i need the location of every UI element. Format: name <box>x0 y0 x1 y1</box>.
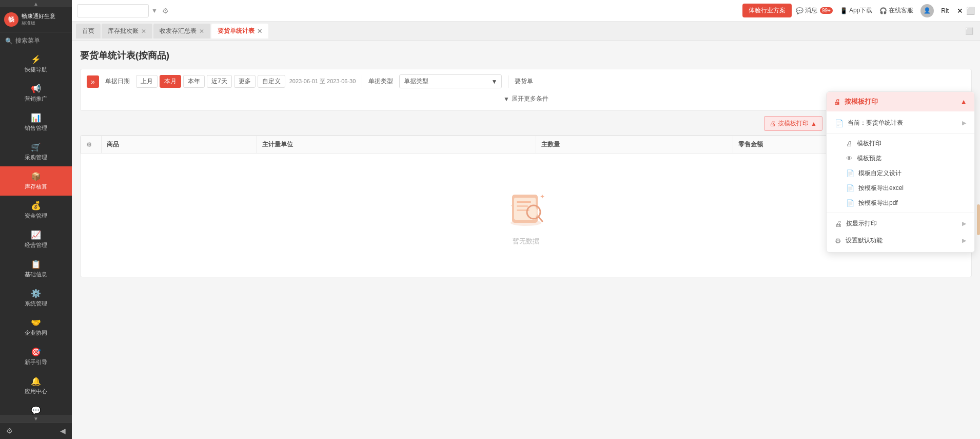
date-btn-more[interactable]: 更多 <box>234 75 256 88</box>
right-scrollbar[interactable] <box>977 204 980 235</box>
template-design-icon: 📄 <box>846 169 854 177</box>
export-excel-label: 按模板导出excel <box>858 184 904 193</box>
app-icon: 📱 <box>840 7 848 14</box>
logo-subtitle: 标准版 <box>22 20 55 27</box>
display-print-left: 🖨 按显示打印 <box>835 219 877 228</box>
default-func-left: ⚙ 设置默认功能 <box>835 236 883 245</box>
tab-receipt-summary-close[interactable]: ✕ <box>199 28 204 35</box>
sidebar-search-label: 搜索菜单 <box>15 36 40 45</box>
sidebar-scroll-up[interactable]: ▲ <box>0 0 72 7</box>
print-menu-default-func[interactable]: ⚙ 设置默认功能 ▶ <box>827 232 974 249</box>
date-btn-7days[interactable]: 近7天 <box>207 75 232 88</box>
print-menu-divider-1 <box>827 133 974 134</box>
svg-rect-4 <box>517 205 528 207</box>
template-preview-icon: 👁 <box>846 155 853 162</box>
date-btn-last-month[interactable]: 上月 <box>136 75 158 88</box>
sidebar-logo: 畅 畅康通好生意 标准版 <box>0 7 72 32</box>
print-menu-display-print[interactable]: 🖨 按显示打印 ▶ <box>827 215 974 232</box>
sidebar-item-system[interactable]: ⚙️ 系统管理 <box>0 283 72 313</box>
trial-button[interactable]: 体验行业方案 <box>742 4 792 17</box>
table-header-settings[interactable]: ⚙ <box>81 136 102 154</box>
topbar-chevron-icon[interactable]: ▼ <box>151 7 158 14</box>
sidebar-item-marketing[interactable]: 📢 营销推广 <box>0 79 72 108</box>
expand-label: 展开更多条件 <box>512 94 548 103</box>
topbar-gear-icon[interactable]: ⚙ <box>162 7 169 15</box>
sidebar-item-shortcut[interactable]: ⚡ 快捷导航 <box>0 49 72 79</box>
sidebar-item-sales[interactable]: 📊 销售管理 <box>0 108 72 137</box>
empty-state-text: 暂无数据 <box>513 237 539 246</box>
sidebar-item-inventory-label: 库存核算 <box>25 183 47 190</box>
window-maximize-icon[interactable]: ⬜ <box>966 7 975 15</box>
sidebar-item-wechat[interactable]: 💬 企业微信 <box>0 400 72 415</box>
collapse-icon[interactable]: ◀ <box>60 427 66 435</box>
default-func-label: 设置默认功能 <box>846 236 883 245</box>
order-type-chevron-icon: ▼ <box>491 78 497 85</box>
print-button[interactable]: 🖨 按模板打印 ▲ <box>764 116 822 131</box>
sidebar-item-operation-label: 经营管理 <box>25 241 47 249</box>
settings-icon[interactable]: ⚙ <box>6 427 13 435</box>
wechat-icon: 💬 <box>31 406 41 415</box>
table-gear-icon[interactable]: ⚙ <box>86 141 92 148</box>
marketing-icon: 📢 <box>31 84 41 93</box>
tab-inventory-batch-close[interactable]: ✕ <box>141 28 146 35</box>
app-download-button[interactable]: 📱 App下载 <box>840 6 872 15</box>
logo-title: 畅康通好生意 <box>22 12 55 20</box>
tab-order-stats-close[interactable]: ✕ <box>257 28 262 35</box>
sidebar-item-finance[interactable]: 💰 资金管理 <box>0 196 72 225</box>
print-menu-template-design[interactable]: 📄 模板自定义设计 <box>827 166 974 181</box>
print-menu-template-preview[interactable]: 👁 模板预览 <box>827 151 974 166</box>
print-current-icon: 📄 <box>835 119 844 127</box>
sidebar-item-appstore[interactable]: 🔔 应用中心 <box>0 371 72 400</box>
topbar-right: 💬 消息 99+ 📱 App下载 🎧 在线客服 👤 Rit <box>796 4 949 17</box>
sidebar-scroll-down[interactable]: ▼ <box>0 415 72 422</box>
tab-home[interactable]: 首页 <box>76 24 101 39</box>
username-label: Rit <box>941 7 949 14</box>
export-pdf-label: 按模板导出pdf <box>858 199 898 207</box>
logo-icon: 畅 <box>4 12 18 27</box>
purchase-icon: 🛒 <box>31 142 41 152</box>
sidebar-item-inventory[interactable]: 📦 库存核算 <box>0 166 72 196</box>
message-button[interactable]: 💬 消息 99+ <box>796 6 833 15</box>
sidebar-item-guide[interactable]: 🎯 新手引导 <box>0 342 72 371</box>
print-current-item[interactable]: 📄 当前：要货单统计表 ▶ <box>827 114 974 131</box>
date-buttons: 上月 本月 本年 近7天 更多 自定义 2023-06-01 至 2023-06… <box>136 75 356 88</box>
topbar-search-input[interactable] <box>77 4 149 17</box>
sidebar-item-operation[interactable]: 📈 经营管理 <box>0 225 72 254</box>
order-type-select[interactable]: 单据类型 ▼ <box>399 74 502 88</box>
print-dropdown-header: 🖨 按模板打印 ▲ <box>827 92 974 111</box>
display-print-label: 按显示打印 <box>846 219 877 228</box>
filter-expand-icon[interactable]: » <box>87 75 99 88</box>
date-btn-current-month[interactable]: 本月 <box>160 75 181 88</box>
tab-inventory-batch[interactable]: 库存批次账 ✕ <box>102 24 152 39</box>
tab-order-stats[interactable]: 要货单统计表 ✕ <box>211 24 268 39</box>
expand-arrow-icon: » <box>91 78 95 86</box>
guide-icon: 🎯 <box>31 347 41 357</box>
message-label: 消息 <box>805 6 817 15</box>
expand-down-icon: ▼ <box>503 96 509 103</box>
tab-expand-button[interactable]: ⬜ <box>963 25 976 38</box>
sales-icon: 📊 <box>31 113 41 123</box>
date-btn-current-year[interactable]: 本年 <box>183 75 205 88</box>
tab-receipt-summary[interactable]: 收发存汇总表 ✕ <box>153 24 210 39</box>
message-icon: 💬 <box>796 7 803 14</box>
print-dropdown-close[interactable]: ▲ <box>960 98 967 106</box>
date-btn-custom[interactable]: 自定义 <box>258 75 285 88</box>
sidebar-search[interactable]: 🔍 搜索菜单 <box>0 32 72 49</box>
sidebar-item-purchase-label: 采购管理 <box>25 154 47 161</box>
print-header-left: 🖨 按模板打印 <box>834 97 878 106</box>
expand-conditions-button[interactable]: ▼ 展开更多条件 <box>498 92 554 105</box>
print-menu-export-excel[interactable]: 📄 按模板导出excel <box>827 181 974 196</box>
sidebar-item-guide-label: 新手引导 <box>25 358 47 366</box>
online-service-button[interactable]: 🎧 在线客服 <box>879 6 913 15</box>
window-close-icon[interactable]: ✕ <box>957 7 963 15</box>
print-current-label: 当前：要货单统计表 <box>848 119 903 127</box>
sidebar-item-enterprise[interactable]: 🤝 企业协同 <box>0 313 72 342</box>
user-avatar[interactable]: 👤 <box>920 4 934 17</box>
sidebar-item-basic[interactable]: 📋 基础信息 <box>0 254 72 283</box>
print-menu-template-print[interactable]: 🖨 模板打印 <box>827 136 974 151</box>
sidebar-item-system-label: 系统管理 <box>25 300 47 308</box>
print-menu-export-pdf[interactable]: 📄 按模板导出pdf <box>827 196 974 211</box>
sidebar-item-purchase[interactable]: 🛒 采购管理 <box>0 137 72 166</box>
template-preview-label: 模板预览 <box>857 154 881 163</box>
table-header-quantity: 主数量 <box>536 136 733 154</box>
